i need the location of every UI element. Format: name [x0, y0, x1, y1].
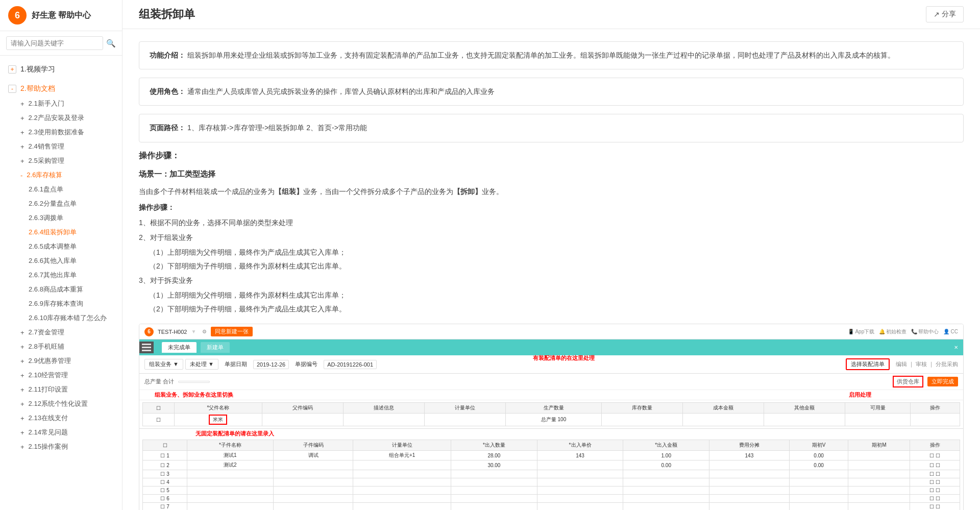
mock-screenshot: 6 TEST-H002 ▼ ⚙ 同意新建一张 📱 App下载 🔔 初始检查 📞 …: [139, 324, 963, 510]
sidebar-item-cases[interactable]: + 2.15操作案例: [0, 440, 122, 454]
sidebar-item-sales[interactable]: + 2.4销售管理: [0, 139, 122, 154]
main-header: 组装拆卸单 ↗ 分享: [122, 0, 980, 29]
mock-icon-bar2: [142, 347, 151, 348]
mock-th-parent-code: 父件编码: [262, 403, 343, 414]
share-icon: ↗: [934, 10, 940, 18]
sidebar-item-cost-adj[interactable]: 2.6.5成本调整单: [0, 239, 122, 254]
sidebar-item-mobile[interactable]: + 2.8手机旺辅: [0, 339, 122, 354]
mock-annotation2-area: 组装业务、拆卸业务在这里切换 启用处理: [139, 390, 963, 400]
mock-sub-header: 总产量 合计 供货仓库 立即完成: [139, 374, 963, 390]
expand-icon: +: [20, 443, 24, 451]
expand-icon: +: [20, 129, 24, 136]
mock-settings: ⚙: [202, 329, 207, 334]
app-title: 好生意 帮助中心: [32, 10, 91, 21]
expand-icon: +: [20, 100, 24, 108]
sub-step-2-2: （2）下部明细为子件明细，最终作为原材料生成其它出库单。: [139, 260, 964, 273]
mock-lth-child-name: *子件名称: [187, 440, 274, 451]
sidebar-item-coupon[interactable]: + 2.9优惠券管理: [0, 354, 122, 368]
screenshot-container: 6 TEST-H002 ▼ ⚙ 同意新建一张 📱 App下载 🔔 初始检查 📞 …: [139, 324, 964, 510]
mock-lower-row-1: ☐ 1 测试1 调试 组合单元+1 28.00 143 1.00 143 0.0…: [143, 451, 960, 460]
sidebar-item-stocktake[interactable]: 2.6.1盘点单: [0, 182, 122, 197]
role-block: 使用角色： 通常由生产人员或库管人员完成拆装业务的操作，库管人员确认原材料的出库…: [139, 78, 964, 106]
mock-lth-init-m: 期初M: [848, 440, 910, 451]
annotation-enable: 启用处理: [849, 391, 871, 399]
mock-top-bar: 6 TEST-H002 ▼ ⚙ 同意新建一张 📱 App下载 🔔 初始检查 📞 …: [139, 324, 963, 339]
main-content-area: 组装拆卸单 ↗ 分享 功能介绍： 组装拆卸单用来处理企业组装或拆卸等加工业务，支…: [122, 0, 980, 510]
sidebar-item-finance[interactable]: + 2.7资金管理: [0, 325, 122, 339]
sidebar-item-faq[interactable]: + 2.14常见问题: [0, 425, 122, 440]
mock-lth-action: 操作: [910, 440, 960, 451]
mock-lth-alloc: 费用分摊: [709, 440, 790, 451]
mock-lth-amt: *出入金额: [623, 440, 709, 451]
sidebar-item-partial-stocktake[interactable]: 2.6.2分量盘点单: [0, 197, 122, 211]
mock-logo: 6: [144, 327, 154, 336]
mock-total-input: [178, 381, 210, 383]
mock-icon-bar3: [142, 350, 151, 351]
mock-upper-table-area: ☐ *父件名称 父件编码 描述信息 计量单位 生产数量 库存数量 成本金额 其他…: [139, 400, 963, 429]
nav-section-1: + 1.视频学习: [0, 60, 122, 79]
annotation-type-switch: 组装业务、拆卸业务在这里切换: [155, 392, 233, 398]
sidebar-item-install[interactable]: + 2.2产品安装及登录: [0, 111, 122, 125]
expand-icon: +: [20, 386, 24, 394]
step-1: 1、根据不同的业务，选择不同单据的类型来处理: [139, 216, 964, 229]
expand-icon: +: [20, 400, 24, 408]
sidebar-item-inventory-error[interactable]: 2.6.10库存账本错了怎么办: [0, 311, 122, 325]
sidebar-item-inventory[interactable]: - 2.6库存核算: [0, 168, 122, 182]
mock-th-avail: 可用量: [845, 403, 911, 414]
sidebar-item-help-docs[interactable]: - 2.帮助文档: [0, 81, 122, 96]
step-3: 3、对于拆卖业务: [139, 274, 964, 287]
sidebar-item-data-prep[interactable]: + 2.3使用前数据准备: [0, 125, 122, 139]
mock-type-selector: 组装业务 ▼ 未处理 ▼: [144, 359, 218, 370]
mock-row-check: ☐: [143, 414, 175, 426]
nav-sub-inventory: 2.6.1盘点单 2.6.2分量盘点单 2.6.3调拨单 2.6.4组装拆卸单 …: [0, 182, 122, 325]
mock-sidebar-icons: [139, 342, 154, 353]
nav-section-2: - 2.帮助文档 + 2.1新手入门 + 2.2产品安装及登录 + 2.3使用前…: [0, 79, 122, 456]
mock-order-value: AD-20191226-001: [324, 360, 377, 369]
mock-th-desc: 描述信息: [343, 403, 424, 414]
mock-close-btn: ✕: [954, 345, 958, 350]
expand-icon: +: [20, 415, 24, 422]
mock-th-check: ☐: [143, 403, 175, 414]
role-text: 通常由生产人员或库管人员完成拆装业务的操作，库管人员确认原材料的出库和产成品的入…: [187, 87, 495, 95]
sidebar-item-video[interactable]: + 1.视频学习: [0, 62, 122, 77]
sidebar-item-print[interactable]: + 2.11打印设置: [0, 382, 122, 397]
sidebar-item-customization[interactable]: + 2.12系统个性化设置: [0, 397, 122, 411]
share-button[interactable]: ↗ 分享: [926, 6, 964, 22]
step-2: 2、对于组装业务: [139, 231, 964, 244]
mock-tab-incomplete: 未完成单: [162, 342, 197, 353]
search-input[interactable]: [6, 36, 103, 50]
nav-children-2: + 2.1新手入门 + 2.2产品安装及登录 + 2.3使用前数据准备 + 2.…: [0, 96, 122, 454]
mock-action-btns: 编辑 ｜ 审核 ｜ 分批采购: [896, 360, 958, 368]
sidebar-item-other-in[interactable]: 2.6.6其他入库单: [0, 254, 122, 268]
role-label: 使用角色：: [150, 87, 185, 95]
sidebar-item-other-out[interactable]: 2.6.7其他出库单: [0, 268, 122, 282]
mock-lth-init-v: 期初V: [789, 440, 848, 451]
mock-th-other: 其他金额: [764, 403, 845, 414]
mock-tabs: 未完成单 新建单 ✕: [139, 339, 963, 355]
feature-intro-block: 功能介绍： 组装拆卸单用来处理企业组装或拆卸等加工业务，支持有固定装配清单的产品…: [139, 41, 964, 69]
expand-icon: +: [20, 343, 24, 351]
ops-steps-subtitle: 操作步骤：: [139, 203, 964, 212]
mock-lower-table-area: ☐ *子件名称 子件编码 计量单位 *出入数量 *出入单价 *出入金额 费用分摊…: [139, 438, 963, 510]
feature-intro-label: 功能介绍：: [150, 51, 185, 59]
sidebar-item-inventory-query[interactable]: 2.6.9库存账本查询: [0, 297, 122, 311]
mock-order-label: 单据编号: [295, 360, 317, 368]
mock-confirm-btn: 立即完成: [927, 377, 958, 386]
sidebar-item-transfer[interactable]: 2.6.3调拨单: [0, 211, 122, 225]
search-button[interactable]: 🔍: [106, 39, 116, 48]
sidebar-item-assembly[interactable]: 2.6.4组装拆卸单: [0, 225, 122, 239]
sidebar-item-beginner[interactable]: + 2.1新手入门: [0, 96, 122, 111]
sidebar-item-cost-recalc[interactable]: 2.6.8商品成本重算: [0, 282, 122, 297]
scenario-title: 场景一：加工类型选择: [139, 169, 964, 179]
mock-apps: 📱 App下载 🔔 初始检查 📞 帮助中心 👤 CC: [848, 328, 958, 335]
sidebar-item-purchase[interactable]: + 2.5采购管理: [0, 154, 122, 168]
sidebar-item-payment[interactable]: + 2.13在线支付: [0, 411, 122, 425]
mock-lth-unit: 计量单位: [353, 440, 451, 451]
mock-upper-row-1: ☐ 米米 总产量 100: [143, 414, 960, 426]
mock-lower-row-3: ☐ 3 ☐ ☐: [143, 470, 960, 478]
mock-sub-info: 总产量 合计: [144, 378, 174, 385]
expand-icon: +: [20, 157, 24, 165]
mock-doc-header: 组装业务 ▼ 未处理 ▼ 单据日期 2019-12-26 单据编号 AD-201…: [139, 355, 963, 374]
expand-icon: +: [20, 372, 24, 379]
sidebar-item-ops[interactable]: + 2.10经营管理: [0, 368, 122, 382]
